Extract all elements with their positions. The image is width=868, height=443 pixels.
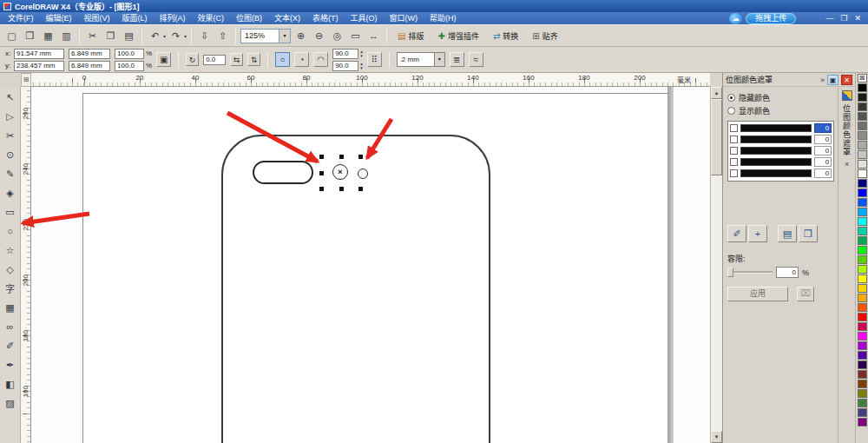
color-mask-row[interactable]: 0 [729,122,832,134]
palette-swatch[interactable] [858,83,867,92]
arc-direction-button[interactable]: ⠿ [367,52,382,67]
open-button[interactable]: ❒ [22,28,38,44]
mask-color-bar[interactable] [740,136,812,143]
width-field[interactable]: 6.849 mm [69,49,110,59]
start-angle-field[interactable]: 90.0 [332,49,358,59]
palette-swatch[interactable] [858,322,867,331]
cut-button[interactable]: ✂ [84,28,101,44]
ellipse-mode-button[interactable]: ○ [275,52,290,67]
docker-tab-label[interactable]: 位图颜色遮罩 [841,104,852,156]
chevron-down-icon[interactable]: ▾ [434,53,444,66]
camera-pill-shape[interactable] [253,161,313,184]
scale-y-field[interactable]: 100.0 [115,61,144,71]
print-button[interactable]: ▥ [58,28,75,44]
y-position-field[interactable]: 238.457 mm [14,61,64,71]
docker-tab-close-icon[interactable]: × [845,160,849,169]
plugin-button[interactable]: ⇄ 转换 [487,27,524,44]
mask-value[interactable]: 0 [814,169,832,178]
pie-mode-button[interactable]: ◔ [294,52,309,67]
outline-width-combo[interactable]: .2 mm ▾ [397,52,445,67]
plugin-button[interactable]: ⊞ 贴齐 [526,27,563,44]
palette-swatch[interactable] [858,274,867,283]
mask-color-bar[interactable] [740,169,812,177]
zoom-to-selection-button[interactable]: ◎ [329,28,345,44]
plugin-button[interactable]: ✚ 增强插件 [432,27,485,44]
arc-mode-button[interactable]: ◠ [313,52,328,67]
open-mask-button[interactable]: ❒ [799,225,818,242]
toolbox-tool[interactable]: ○ [1,222,19,241]
mask-value[interactable]: 0 [814,135,832,144]
menu-item[interactable]: 编辑(E) [40,12,78,24]
restore-button[interactable]: ❐ [840,14,847,23]
zoom-level-combo[interactable]: 125% ▾ [240,29,291,43]
palette-swatch[interactable] [858,418,867,426]
save-button[interactable]: ▦ [40,28,56,44]
toolbox-tool[interactable]: ▭ [1,202,19,222]
palette-swatch[interactable] [858,141,867,149]
palette-swatch[interactable] [858,284,867,293]
palette-swatch[interactable] [858,399,867,407]
tolerance-field[interactable]: 0 [776,267,799,278]
palette-swatch[interactable] [858,208,867,216]
toolbox-tool[interactable]: ▦ [1,298,19,317]
mask-checkbox[interactable] [730,169,738,177]
selection-handle[interactable] [358,155,363,159]
radio-icon[interactable] [727,107,735,115]
color-mask-row[interactable]: 0 [729,168,832,179]
palette-swatch[interactable] [858,351,867,360]
tolerance-slider[interactable] [727,271,773,274]
ruler-origin-button[interactable]: ⊞ [21,73,31,87]
toolbox-tool[interactable]: ◈ [1,183,19,202]
menu-item[interactable]: 视图(V) [78,12,116,24]
toolbox-tool[interactable]: ✐ [1,336,19,355]
scroll-thumb[interactable] [711,99,722,175]
copy-button[interactable]: ❐ [102,28,119,44]
palette-swatch[interactable] [858,160,867,169]
convert-to-curve-button[interactable]: ≈ [469,52,483,67]
palette-swatch[interactable] [858,380,867,388]
palette-swatch[interactable] [858,93,867,102]
menu-item[interactable]: 文本(X) [268,12,306,24]
zoom-to-page-button[interactable]: ▭ [347,28,364,44]
apply-button[interactable]: 应用 [727,287,788,301]
color-mask-row[interactable]: 0 [729,145,832,156]
palette-swatch[interactable] [858,255,867,264]
palette-swatch[interactable] [858,188,867,197]
lock-ratio-button[interactable]: ▣ [156,52,171,67]
palette-swatch[interactable] [858,408,867,417]
palette-swatch[interactable] [858,370,867,379]
toolbox-tool[interactable]: ☆ [1,241,19,260]
toolbox-tool[interactable]: ↖ [1,88,19,107]
menu-item[interactable]: 位图(B) [230,12,268,24]
toolbox-tool[interactable]: ✒ [1,355,19,374]
end-angle-field[interactable]: 90.0 [332,61,358,71]
scroll-down-button[interactable]: ▼ [711,431,722,443]
mask-value[interactable]: 0 [814,157,832,167]
drawing-canvas[interactable]: × [31,87,710,443]
radio-icon[interactable] [727,94,735,102]
selection-handle[interactable] [339,187,344,191]
menu-item[interactable]: 排列(A) [154,12,192,24]
toolbox-tool[interactable]: ∞ [1,317,19,336]
zoom-in-button[interactable]: ⊕ [293,28,309,44]
color-eyedropper-button[interactable]: ✐ [727,225,746,242]
undo-dropdown-icon[interactable]: ▾ [163,33,166,39]
mask-color-bar[interactable] [740,124,812,132]
palette-swatch[interactable] [858,169,867,178]
redo-dropdown-icon[interactable]: ▾ [184,33,187,39]
scale-x-field[interactable]: 100.0 [115,49,144,59]
mirror-vertical-button[interactable]: ⇅ [247,53,260,66]
mask-checkbox[interactable] [730,158,738,166]
docker-close-button[interactable]: ✕ [841,75,852,85]
toolbox-tool[interactable]: ⊙ [1,145,19,164]
palette-swatch[interactable] [858,112,867,121]
mask-checkbox[interactable] [730,136,738,143]
drag-upload-button[interactable]: 拖拽上传 [746,13,796,24]
mask-value[interactable]: 0 [814,123,832,133]
spinner-icons[interactable]: ▴▾ [360,50,363,58]
menu-item[interactable]: 工具(O) [345,12,384,24]
docker-tab-icon[interactable] [842,90,852,101]
palette-swatch[interactable] [858,102,867,111]
palette-swatch[interactable] [858,303,867,312]
menu-item[interactable]: 表格(T) [306,12,345,24]
